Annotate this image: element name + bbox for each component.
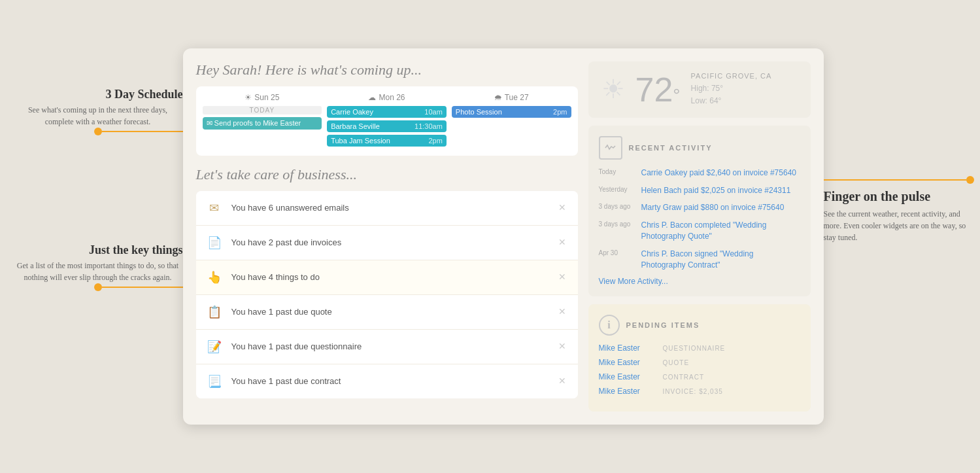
todo-item-2[interactable]: 👆 You have 4 things to do ✕ bbox=[196, 260, 578, 295]
weather-location: Pacific Grove, CA bbox=[691, 72, 772, 80]
pending-widget-icon: i bbox=[599, 315, 620, 336]
activity-date-0: Today bbox=[599, 167, 635, 175]
cal-day-tue-label: Tue 27 bbox=[505, 93, 529, 102]
todo-dismiss-2[interactable]: ✕ bbox=[556, 269, 569, 285]
right-annotation: Finger on the pulse See the current weat… bbox=[824, 48, 974, 243]
schedule-arrow-row bbox=[13, 128, 183, 135]
cal-day-sun: ☀ Sun 25 TODAY ✉ Send proofs to Mike Eas… bbox=[203, 93, 322, 149]
todo-item-1-text: You have 2 past due invoices bbox=[231, 237, 556, 247]
pending-name-2[interactable]: Mike Easter bbox=[599, 372, 658, 381]
todo-item-0[interactable]: ✉ You have 6 unanswered emails ✕ bbox=[196, 191, 578, 226]
cal-day-tue: 🌧 Tue 27 Photo Session 2pm bbox=[452, 93, 571, 149]
schedule-annotation-text: See what's coming up in the next three d… bbox=[13, 104, 183, 128]
todo-icon: 👆 bbox=[205, 268, 224, 287]
todo-item-1[interactable]: 📄 You have 2 past due invoices ✕ bbox=[196, 226, 578, 260]
cal-event-mon-1-time: 10am bbox=[424, 108, 443, 116]
activity-text-3[interactable]: Chris P. Bacon completed "Wedding Photog… bbox=[641, 220, 800, 242]
sun-weather-icon: ☀ bbox=[245, 93, 252, 102]
pending-badge-2: Contract bbox=[663, 374, 705, 381]
weather-high: High: 75° bbox=[691, 82, 772, 95]
activity-date-4: Apr 30 bbox=[599, 249, 635, 256]
view-more-activity[interactable]: View More Activity... bbox=[599, 277, 800, 286]
weather-temp: 72° bbox=[635, 73, 681, 107]
weather-sun-icon: ☀ bbox=[601, 74, 625, 105]
activity-item-3: 3 days ago Chris P. Bacon completed "Wed… bbox=[599, 220, 800, 242]
todo-item-5[interactable]: 📃 You have 1 past due contract ✕ bbox=[196, 364, 578, 398]
activity-item-4: Apr 30 Chris P. Bacon signed "Wedding Ph… bbox=[599, 249, 800, 271]
keythings-annotation-title: Just the key things bbox=[89, 243, 183, 257]
activity-text-4[interactable]: Chris P. Bacon signed "Wedding Photograp… bbox=[641, 249, 800, 271]
todo-item-4[interactable]: 📝 You have 1 past due questionnaire ✕ bbox=[196, 330, 578, 364]
cal-event-mon-3-time: 2pm bbox=[428, 137, 442, 145]
activity-text-1[interactable]: Helen Bach paid $2,025 on invoice #24311 bbox=[641, 185, 791, 196]
todo-dismiss-5[interactable]: ✕ bbox=[556, 373, 569, 389]
cal-event-tue-1-title: Photo Session bbox=[456, 108, 502, 116]
pending-items-list: Mike Easter Questionnaire Mike Easter Qu… bbox=[599, 343, 800, 396]
activity-item-0: Today Carrie Oakey paid $2,640 on invoic… bbox=[599, 167, 800, 179]
left-panel: Hey Sarah! Here is what's coming up... ☀… bbox=[196, 61, 578, 412]
email-icon: ✉ bbox=[205, 199, 224, 217]
cal-event-mon-1[interactable]: Carrie Oakey 10am bbox=[327, 106, 447, 118]
pending-widget: i Pending Items Mike Easter Questionnair… bbox=[588, 304, 811, 412]
calendar-grid: ☀ Sun 25 TODAY ✉ Send proofs to Mike Eas… bbox=[196, 86, 578, 156]
pending-item-0: Mike Easter Questionnaire bbox=[599, 343, 800, 353]
schedule-heading: Hey Sarah! Here is what's coming up... bbox=[196, 61, 578, 79]
activity-widget: Recent Activity Today Carrie Oakey paid … bbox=[588, 126, 811, 297]
keythings-arrow-line bbox=[102, 287, 183, 288]
pending-item-2: Mike Easter Contract bbox=[599, 372, 800, 381]
todo-dismiss-3[interactable]: ✕ bbox=[556, 304, 569, 320]
right-annotation-title: Finger on the pulse bbox=[824, 189, 974, 204]
todo-item-3[interactable]: 📋 You have 1 past due quote ✕ bbox=[196, 295, 578, 330]
cal-event-mon-3-title: Tuba Jam Session bbox=[331, 137, 390, 145]
activity-items: Today Carrie Oakey paid $2,640 on invoic… bbox=[599, 167, 800, 271]
activity-date-1: Yesterday bbox=[599, 185, 635, 193]
todo-item-0-text: You have 6 unanswered emails bbox=[231, 203, 556, 213]
weather-widget: ☀ 72° Pacific Grove, CA High: 75° Low: 6… bbox=[588, 61, 811, 118]
weather-temp-value: 72 bbox=[635, 71, 673, 109]
tue-weather-icon: 🌧 bbox=[494, 93, 502, 102]
cal-event-sun-1-title: ✉ Send proofs to Mike Easter bbox=[207, 119, 301, 128]
pending-name-3[interactable]: Mike Easter bbox=[599, 387, 658, 396]
cal-event-tue-1[interactable]: Photo Session 2pm bbox=[452, 106, 571, 118]
cal-event-tue-1-time: 2pm bbox=[553, 108, 567, 116]
schedule-annotation-title: 3 Day Schedule bbox=[105, 88, 182, 101]
pending-badge-1: Quote bbox=[663, 359, 690, 366]
main-card: Hey Sarah! Here is what's coming up... ☀… bbox=[183, 48, 824, 425]
cal-day-sun-header: ☀ Sun 25 bbox=[245, 93, 279, 102]
keythings-annotation-text: Get a list of the most important things … bbox=[13, 260, 183, 283]
right-orange-dot bbox=[966, 176, 974, 184]
cal-event-mon-3[interactable]: Tuba Jam Session 2pm bbox=[327, 135, 447, 147]
today-badge: TODAY bbox=[203, 106, 322, 114]
pending-item-1: Mike Easter Quote bbox=[599, 358, 800, 367]
activity-text-0[interactable]: Carrie Oakey paid $2,640 on invoice #756… bbox=[641, 167, 797, 179]
todo-item-5-text: You have 1 past due contract bbox=[231, 376, 556, 386]
schedule-orange-dot bbox=[94, 128, 102, 135]
mon-weather-icon: ☁ bbox=[368, 93, 376, 102]
activity-widget-header: Recent Activity bbox=[599, 136, 800, 160]
contract-icon: 📃 bbox=[205, 372, 224, 391]
todo-item-4-text: You have 1 past due questionnaire bbox=[231, 342, 556, 351]
todo-dismiss-1[interactable]: ✕ bbox=[556, 234, 569, 251]
activity-date-3: 3 days ago bbox=[599, 220, 635, 228]
pending-name-0[interactable]: Mike Easter bbox=[599, 343, 658, 353]
schedule-annotation: 3 Day Schedule See what's coming up in t… bbox=[13, 48, 183, 135]
cal-event-sun-1[interactable]: ✉ Send proofs to Mike Easter bbox=[203, 117, 322, 130]
keythings-orange-dot bbox=[94, 283, 102, 291]
todo-dismiss-4[interactable]: ✕ bbox=[556, 338, 569, 355]
pending-badge-3: Invoice: $2,035 bbox=[663, 388, 723, 395]
keythings-arrow-row bbox=[13, 283, 183, 291]
pending-widget-title: Pending Items bbox=[626, 321, 700, 329]
todo-dismiss-0[interactable]: ✕ bbox=[556, 200, 569, 216]
cal-event-mon-2[interactable]: Barbara Seville 11:30am bbox=[327, 120, 447, 132]
right-arrow-line bbox=[824, 179, 966, 181]
invoice-icon: 📄 bbox=[205, 234, 224, 252]
todo-item-3-text: You have 1 past due quote bbox=[231, 307, 556, 317]
cal-day-sun-label: Sun 25 bbox=[254, 93, 279, 102]
right-panel: ☀ 72° Pacific Grove, CA High: 75° Low: 6… bbox=[588, 61, 811, 412]
cal-event-mon-2-time: 11:30am bbox=[414, 122, 443, 130]
cal-day-tue-header: 🌧 Tue 27 bbox=[494, 93, 529, 102]
weather-low: Low: 64° bbox=[691, 95, 772, 107]
activity-text-2[interactable]: Marty Graw paid $880 on invoice #75640 bbox=[641, 202, 785, 213]
pending-name-1[interactable]: Mike Easter bbox=[599, 358, 658, 367]
todo-item-2-text: You have 4 things to do bbox=[231, 272, 556, 282]
